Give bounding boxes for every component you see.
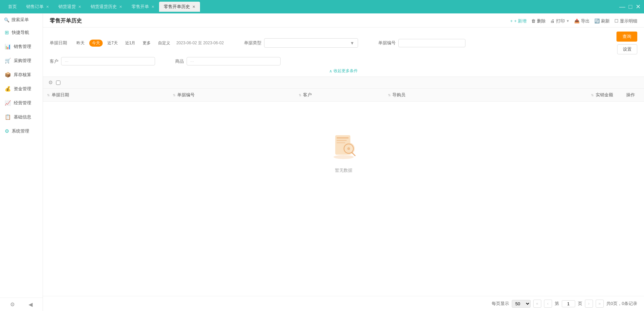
close-tab-sales-return-history[interactable]: ✕ bbox=[119, 5, 122, 9]
tab-bar: 首页 销售订单 ✕ 销货退货 ✕ 销货退货历史 ✕ 零售开单 ✕ 零售开单历史 … bbox=[0, 0, 644, 13]
sidebar-collapse-icon[interactable]: ◀ bbox=[29, 301, 33, 308]
header-actions: + + 新增 🗑 删除 🖨 打印 ▼ 📤 导出 🔄 bbox=[510, 18, 637, 24]
sidebar-item-basic-info[interactable]: 📋 基础信息 bbox=[0, 110, 43, 124]
inventory-icon: 📦 bbox=[5, 72, 11, 78]
customer-label: 客户 bbox=[50, 58, 58, 64]
page-suffix: 页 bbox=[578, 301, 582, 307]
date-custom[interactable]: 自定义 bbox=[155, 40, 173, 47]
add-button[interactable]: + + 新增 bbox=[510, 18, 527, 24]
page-label: 第 bbox=[555, 301, 559, 307]
doc-type-value bbox=[268, 40, 272, 46]
next-page-btn[interactable]: › bbox=[585, 300, 593, 308]
close-tab-retail-history[interactable]: ✕ bbox=[192, 5, 195, 9]
customer-select[interactable]: ··· bbox=[61, 57, 155, 65]
delete-button[interactable]: 🗑 删除 bbox=[531, 18, 546, 24]
tab-retail-open[interactable]: 零售开单 ✕ bbox=[127, 2, 159, 12]
date-last7[interactable]: 近7天 bbox=[105, 40, 120, 47]
collapse-row: ∧ 收起更多条件 bbox=[50, 68, 637, 74]
system-icon: ⚙ bbox=[5, 128, 9, 134]
close-tab-sales-order[interactable]: ✕ bbox=[46, 5, 49, 9]
first-page-btn[interactable]: « bbox=[533, 300, 541, 308]
sidebar-item-inventory[interactable]: 📦 库存核算 bbox=[0, 68, 43, 82]
data-table: ⇅ 单据日期 ⇅ 单据编号 ⇅ 客户 bbox=[43, 89, 644, 102]
sidebar-search[interactable]: 🔍 搜索采单 bbox=[0, 13, 43, 25]
sales-icon: 📊 bbox=[5, 44, 11, 50]
sidebar-item-purchase-mgmt[interactable]: 🛒 采购管理 bbox=[0, 54, 43, 68]
product-select[interactable]: ··· bbox=[187, 57, 281, 65]
sidebar-item-sales-mgmt[interactable]: 📊 销售管理 bbox=[0, 40, 43, 54]
minimize-btn[interactable]: — bbox=[619, 3, 625, 10]
window-controls: — □ ✕ bbox=[619, 3, 641, 10]
print-button[interactable]: 🖨 打印 ▼ bbox=[550, 18, 569, 24]
collapse-button[interactable]: ∧ 收起更多条件 bbox=[329, 68, 358, 74]
doc-no-input[interactable] bbox=[398, 39, 465, 47]
doc-no-label: 单据编号 bbox=[378, 40, 396, 46]
product-label: 商品 bbox=[175, 58, 184, 64]
main-layout: 🔍 搜索采单 ⊞ 快捷导航 📊 销售管理 🛒 采购管理 📦 库存核算 💰 bbox=[0, 13, 644, 311]
per-page-label: 每页显示 bbox=[492, 301, 509, 307]
date-yesterday[interactable]: 昨天 bbox=[74, 40, 87, 47]
page-header: 零售开单历史 + + 新增 🗑 删除 🖨 打印 ▼ 📤 导出 bbox=[43, 13, 644, 28]
tab-sales-return-history[interactable]: 销货退货历史 ✕ bbox=[86, 2, 127, 12]
col-customer: ⇅ 客户 bbox=[295, 89, 384, 102]
table-toolbar: ⚙ bbox=[43, 77, 644, 89]
query-button[interactable]: 查询 bbox=[616, 32, 637, 42]
display-detail-button[interactable]: ☐ 显示明细 bbox=[614, 18, 637, 24]
page-input[interactable]: 1 bbox=[562, 300, 575, 307]
sort-icon-salesperson[interactable]: ⇅ bbox=[388, 93, 391, 97]
last-page-btn[interactable]: » bbox=[596, 300, 604, 308]
date-more[interactable]: 更多 bbox=[140, 40, 153, 47]
window-close-btn[interactable]: ✕ bbox=[636, 3, 641, 10]
svg-point-8 bbox=[347, 147, 350, 150]
empty-text: 暂无数据 bbox=[335, 167, 352, 173]
prev-page-btn[interactable]: ‹ bbox=[544, 300, 552, 308]
content-area: 零售开单历史 + + 新增 🗑 删除 🖨 打印 ▼ 📤 导出 bbox=[43, 13, 644, 311]
col-date: ⇅ 单据日期 bbox=[43, 89, 169, 102]
sidebar-item-system[interactable]: ⚙ 系统管理 bbox=[0, 124, 43, 138]
sort-icon-amount[interactable]: ⇅ bbox=[591, 93, 594, 97]
sidebar: 🔍 搜索采单 ⊞ 快捷导航 📊 销售管理 🛒 采购管理 📦 库存核算 💰 bbox=[0, 13, 43, 311]
close-tab-retail-open[interactable]: ✕ bbox=[151, 5, 154, 9]
filter-row-2: 客户 ··· 商品 ··· bbox=[50, 57, 637, 65]
table-settings-icon[interactable]: ⚙ bbox=[48, 80, 53, 86]
print-dropdown-icon: ▼ bbox=[566, 19, 569, 23]
print-icon: 🖨 bbox=[550, 18, 555, 23]
col-action: 操作 bbox=[617, 89, 644, 102]
svg-line-7 bbox=[352, 153, 355, 156]
date-last-month[interactable]: 近1月 bbox=[122, 40, 138, 47]
per-page-select[interactable]: 10 20 50 100 bbox=[512, 300, 531, 308]
checkbox-icon: ☐ bbox=[614, 18, 618, 23]
customer-filter: 客户 ··· bbox=[50, 57, 155, 65]
tab-sales-return[interactable]: 销货退货 ✕ bbox=[54, 2, 86, 12]
basic-info-icon: 📋 bbox=[5, 114, 11, 120]
doc-type-select[interactable]: ▼ bbox=[264, 38, 358, 48]
date-range-display: 2023-06-02 至 2023-06-02 bbox=[176, 40, 224, 46]
sidebar-settings-icon[interactable]: ⚙ bbox=[10, 301, 15, 308]
date-today[interactable]: 今天 bbox=[89, 40, 103, 47]
sidebar-item-operations[interactable]: 📈 经营管理 bbox=[0, 96, 43, 110]
refresh-button[interactable]: 🔄 刷新 bbox=[594, 18, 610, 24]
operations-icon: 📈 bbox=[5, 100, 11, 106]
sort-icon-number[interactable]: ⇅ bbox=[173, 93, 176, 97]
filter-settings-button[interactable]: 设置 bbox=[617, 44, 637, 54]
sidebar-item-quick-nav[interactable]: ⊞ 快捷导航 bbox=[0, 25, 43, 40]
sort-icon-date[interactable]: ⇅ bbox=[47, 93, 50, 97]
doc-type-arrow-icon: ▼ bbox=[350, 41, 354, 46]
add-icon: + bbox=[510, 18, 513, 23]
maximize-btn[interactable]: □ bbox=[629, 3, 632, 10]
tab-retail-history[interactable]: 零售开单历史 ✕ bbox=[159, 2, 200, 12]
delete-icon: 🗑 bbox=[531, 18, 536, 23]
export-button[interactable]: 📤 导出 bbox=[574, 18, 590, 24]
product-filter: 商品 ··· bbox=[175, 57, 281, 65]
tab-sales-order[interactable]: 销售订单 ✕ bbox=[21, 2, 54, 12]
date-label: 单据日期 bbox=[50, 40, 67, 46]
col-amount: ⇅ 实销金额 bbox=[491, 89, 617, 102]
page-title: 零售开单历史 bbox=[50, 17, 82, 24]
sidebar-item-finance[interactable]: 💰 资金管理 bbox=[0, 82, 43, 96]
quick-nav-icon: ⊞ bbox=[5, 30, 9, 36]
sort-icon-customer[interactable]: ⇅ bbox=[299, 93, 301, 97]
close-tab-sales-return[interactable]: ✕ bbox=[78, 5, 81, 9]
doc-no-filter: 单据编号 bbox=[378, 39, 465, 47]
select-all-checkbox[interactable] bbox=[56, 81, 60, 85]
tab-home[interactable]: 首页 bbox=[3, 2, 21, 12]
